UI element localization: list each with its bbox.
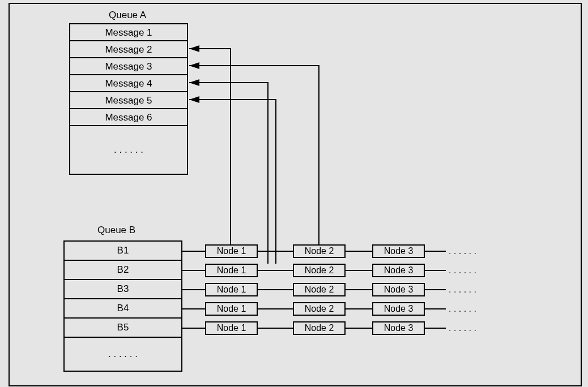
- node-ellipsis: . . . . . .: [449, 265, 476, 276]
- queue-b-row: B5: [65, 319, 181, 338]
- node-box: Node 2: [293, 244, 346, 258]
- queue-a-row: Message 6: [70, 109, 187, 126]
- node-ellipsis: . . . . . .: [449, 323, 476, 333]
- node-ellipsis: . . . . . .: [449, 304, 476, 314]
- node-box: Node 3: [372, 302, 425, 316]
- node-box: Node 2: [293, 321, 346, 335]
- node-ellipsis: . . . . . .: [449, 285, 476, 295]
- node-box: Node 1: [205, 321, 258, 335]
- node-box: Node 1: [205, 283, 258, 296]
- node-box: Node 2: [293, 283, 346, 296]
- queue-b-row: B1: [65, 242, 181, 261]
- queue-a-row: Message 3: [70, 58, 187, 75]
- queue-b-row: B4: [65, 299, 181, 319]
- node-box: Node 3: [372, 283, 425, 296]
- node-box: Node 3: [372, 244, 425, 258]
- node-box: Node 1: [205, 302, 258, 316]
- queue-a-row: Message 4: [70, 75, 187, 92]
- node-box: Node 1: [205, 264, 258, 277]
- node-ellipsis: . . . . . .: [449, 246, 476, 256]
- queue-b-row: B3: [65, 280, 181, 299]
- node-box: Node 3: [372, 321, 425, 335]
- queue-b-box: B1 B2 B3 B4 B5 . . . . . .: [63, 240, 182, 372]
- queue-a-row: Message 5: [70, 92, 187, 109]
- queue-b-title: Queue B: [97, 225, 135, 236]
- queue-a-row: Message 1: [70, 24, 187, 41]
- queue-a-ellipsis: . . . . . .: [70, 126, 187, 174]
- node-box: Node 2: [293, 264, 346, 277]
- queue-b-ellipsis: . . . . . .: [65, 338, 181, 371]
- queue-a-row: Message 2: [70, 41, 187, 58]
- node-box: Node 1: [205, 244, 258, 258]
- node-box: Node 3: [372, 264, 425, 277]
- diagram-frame: Queue A Message 1 Message 2 Message 3 Me…: [8, 3, 582, 386]
- queue-b-row: B2: [65, 261, 181, 280]
- queue-a-title: Queue A: [109, 10, 146, 21]
- queue-a-box: Message 1 Message 2 Message 3 Message 4 …: [69, 23, 188, 175]
- node-box: Node 2: [293, 302, 346, 316]
